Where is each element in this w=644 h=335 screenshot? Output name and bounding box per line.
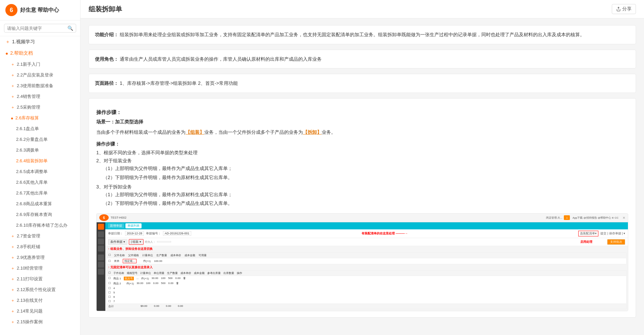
sidebar: 6 好生意 帮助中心 🔍 ＋ 1.视频学习 ● 2.帮助文档 ＋2.1新手入门 … [0,0,80,335]
ss-sidebar-icon4 [98,255,104,261]
ss-lower-row5: ☐ 6 [107,295,626,299]
sidebar-item-sales[interactable]: ＋2.4销售管理 [0,91,80,102]
sidebar-item-other-in[interactable]: 2.6.6其他入库单 [16,177,80,188]
ss-lower-footer: 合计 $9.00 0.00 0.00 0.00 [107,303,626,309]
content-area: 功能介绍： 组装拆卸单用来处理企业组装或拆卸等加工业务，支持有固定装配清单的产品… [80,18,644,335]
nav-section: ＋ 1.视频学习 ● 2.帮助文档 ＋2.1新手入门 ＋2.2产品安装及登录 ＋… [0,36,80,327]
sidebar-item-newbie[interactable]: ＋2.1新手入门 [0,59,80,70]
share-icon [616,7,621,11]
minus-icon: ● [5,51,8,56]
sidebar-item-partial-check[interactable]: 2.6.2分量盘点单 [16,134,80,145]
sidebar-item-faq[interactable]: ＋2.14常见问题 [0,306,80,317]
plus-icon: ＋ [11,309,15,314]
main-content-area: 组装拆卸单 分享 功能介绍： 组装拆卸单用来处理企业组装或拆卸等加工业务，支持有… [80,0,644,335]
ss-annotation-area: ↑ 组装业务、拆卸业务在这里切换 [105,246,628,252]
plus-icon: ＋ [11,105,15,110]
search-input-wrap[interactable]: 🔍 [4,24,76,33]
path-text: 页面路径： 1、库存核算->库存管理->组装拆卸单 2、首页->常用功能 [95,80,238,86]
screenshot-inner: 6 TEST-H002 闭店管理-大... 1 App下载 @招待报告 @帮助中… [97,214,628,311]
ss-sidebar [97,222,105,311]
search-icon[interactable]: 🔍 [67,25,73,31]
role-text: 使用角色： 通常由生产人员或库管人员完成拆装业务的操作，库管人员确认原材料的出库… [95,56,322,62]
window-title: TEST-H002 [111,216,546,219]
path-block: 页面路径： 1、库存核算->库存管理->组装拆卸单 2、首页->常用功能 [89,74,636,93]
plus-icon: ＋ [11,319,15,325]
sidebar-item-assembly[interactable]: 2.6.4组装拆卸单 [16,156,80,166]
ss-sidebar-icon3 [98,245,104,252]
plus-icon: ＋ [11,244,15,250]
plus-icon: ＋ [11,233,15,239]
sidebar-item-online-pay[interactable]: ＋2.13在线支付 [0,295,80,306]
sidebar-item-transfer[interactable]: 2.6.3调拨单 [16,145,80,156]
annotation-unlimited: ↑ 无固定清单可以直接在这里录入 [105,265,628,270]
sidebar-item-operations[interactable]: ＋2.10经营管理 [0,263,80,274]
ss-sidebar-icon5 [98,262,104,268]
minus-icon: ● [11,116,13,121]
sidebar-item-other-out[interactable]: 2.6.7其他出库单 [16,188,80,199]
plus-icon: ＋ [11,94,15,100]
ss-main-area: 新增单据 单据列表 单据日期： 2019-12-28 单据编号： AD-2019… [105,222,628,311]
role-label: 使用角色： [95,56,118,62]
assembly-link[interactable]: 【组装】 [185,129,204,135]
app-logo: 6 [5,4,17,16]
ss-lower-table: ☐ 子件名称 规格型号 计量单位 单位用量 生产数量 成本单价 成本金额 参考出… [107,270,627,309]
window-store-btn: 闭店管理-大... [546,216,562,220]
ss-col-cost: 成本单价 [170,254,181,257]
ss-sidebar-icon6 [98,269,104,275]
sidebar-item-coupon[interactable]: ＋2.9优惠券管理 [0,252,80,263]
plus-icon: ＋ [11,287,15,293]
plus-icon: ＋ [11,266,15,271]
annotation-batch: 启用处理 [580,240,592,244]
sidebar-item-cases[interactable]: ＋2.15操作案例 [0,317,80,327]
sidebar-item-inventory[interactable]: ●2.6库存核算 [0,113,80,123]
ops-steps-label: 操作步骤： [96,109,628,116]
role-block: 使用角色： 通常由生产人员或库管人员完成拆装业务的操作，库管人员确认原材料的出库… [89,50,636,69]
sidebar-item-label: 2.帮助文档 [10,50,33,56]
sidebar-item-install[interactable]: ＋2.2产品安装及登录 [0,70,80,80]
sidebar-item-print[interactable]: ＋2.11打印设置 [0,274,80,284]
ss-type-row: 条件单据 ▾ | 组装 ▾ 经办人： 启用处理 支持批次 [105,238,628,246]
sidebar-item-help-docs[interactable]: ● 2.帮助文档 [0,48,80,59]
scenario1-steps-label: 操作步骤： [96,141,628,147]
sidebar-item-mobile[interactable]: ＋2.8手机旺铺 [0,241,80,252]
ss-date-label: 单据日期： [108,231,123,236]
plus-icon: ＋ [11,255,15,261]
sidebar-header: 6 好生意 帮助中心 [0,0,80,20]
window-controls: 闭店管理-大... 1 App下载 @招待报告 @帮助中心 ⊕ CC ✕ [546,215,625,220]
sidebar-item-cost-recalc[interactable]: 2.6.8商品成本重算 [16,199,80,209]
ss-col-checkbox: ☐ [108,254,111,257]
disassembly-link[interactable]: 【拆卸】 [303,129,322,135]
scenario1-desc: 当由多个子件材料组装成一个成品的业务为【组装】业务，当由一个父件拆分成多个子产品… [96,128,628,137]
step2: 2、对于组装业务 （1）上部明细为父件明细，最终作为产成品生成其它入库单； （2… [96,158,628,182]
search-input[interactable] [7,26,67,31]
window-chrome: 6 TEST-H002 闭店管理-大... 1 App下载 @招待报告 @帮助中… [97,214,628,222]
ss-row1-sku: 指定规... [123,259,137,263]
ss-bom-select: 选装配清单▾ [578,231,598,236]
ss-col-product: 父件名称 [114,254,125,257]
sidebar-item-inventory-check[interactable]: 2.6.1盘点单 [16,123,80,134]
scenario1-label: 场景一：加工类型选择 [96,119,628,125]
ss-table-row1: ☐ 米米 指定规... 件(+1) 100.00 [107,258,626,264]
ss-row1-name: 米米 [114,259,119,263]
func-intro-label: 功能介绍： [95,32,118,37]
ss-lower-row1: ☐ 商品 1 批次号 ... 件(+1) 30.00 100 500 0.00 … [107,276,626,281]
sidebar-item-ledger-query[interactable]: 2.6.9库存账本查询 [16,209,80,220]
sidebar-item-ledger-error[interactable]: 2.6.10库存账本错了怎么办 [16,220,80,231]
window-close[interactable]: ✕ [623,216,625,220]
ss-col-num: 生产数量 [156,254,167,257]
sidebar-item-personalize[interactable]: ＋2.12系统个性化设置 [0,284,80,295]
ss-code-input: AD-20191226-001 [163,231,191,236]
sidebar-item-cost-adjust[interactable]: 2.6.5成本调整单 [16,166,80,177]
ss-lower-row4: ☐ 5 [107,290,626,295]
top-bar: 组装拆卸单 分享 [80,0,644,18]
sidebar-item-purchase[interactable]: ＋2.5采购管理 [0,102,80,113]
sidebar-item-video[interactable]: ＋ 1.视频学习 [0,36,80,48]
nav-sub-help: ＋2.1新手入门 ＋2.2产品安装及登录 ＋2.3使用前数据准备 ＋2.4销售管… [0,59,80,327]
sidebar-item-finance[interactable]: ＋2.7资金管理 [0,231,80,241]
plus-icon: ＋ [11,72,15,78]
sidebar-item-data-prep[interactable]: ＋2.3使用前数据准备 [0,80,80,91]
ss-upper-table: ☐ 父件名称 父件规格 计量单位 生产数量 成本单价 成本金额 可用量 ☐ [107,253,627,264]
plus-icon: ＋ [11,276,15,282]
share-button[interactable]: 分享 [612,4,636,14]
ss-col-sku: 父件规格 [128,254,139,257]
